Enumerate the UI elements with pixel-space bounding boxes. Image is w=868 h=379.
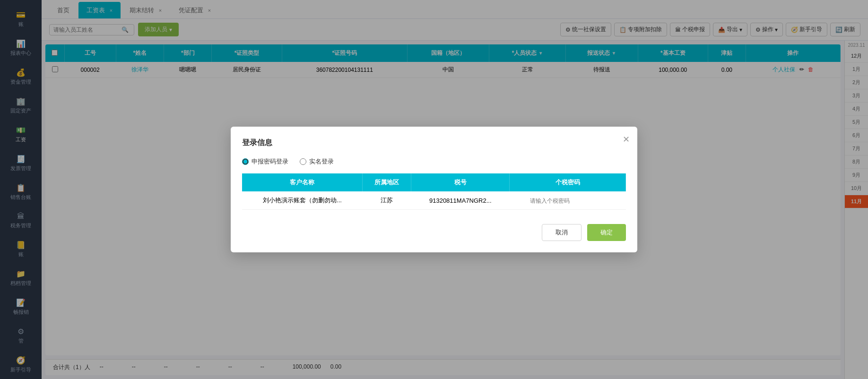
dialog-cell-password[interactable]	[510, 191, 626, 210]
dialog-cell-region: 江苏	[363, 191, 411, 210]
dialog-col-region: 所属地区	[363, 173, 411, 191]
dialog-footer: 取消 确定	[242, 224, 626, 241]
login-type-radio-group: 申报密码登录 实名登录	[242, 157, 626, 166]
dialog-client-table: 客户名称 所属地区 税号 个税密码 刘小艳演示账套（勿删勿动... 江苏 913…	[242, 173, 626, 210]
dialog-col-client-name: 客户名称	[242, 173, 363, 191]
login-dialog: 登录信息 ✕ 申报密码登录 实名登录 客户名称 所属地区 税号	[231, 127, 637, 252]
tax-password-input[interactable]	[530, 198, 606, 204]
dialog-cell-client-name: 刘小艳演示账套（勿删勿动...	[242, 191, 363, 210]
app-container: 💳 账 📊 报表中心 💰 资金管理 🏢 固定资产 💵 工资 🧾 发票管理 📋 销…	[0, 0, 868, 379]
dialog-cell-tax-no: 91320811MA7NGR2...	[411, 191, 510, 210]
dialog-title: 登录信息	[242, 138, 626, 148]
confirm-button[interactable]: 确定	[587, 224, 626, 241]
radio-password-login[interactable]: 申报密码登录	[242, 157, 288, 166]
radio-password-input[interactable]	[242, 158, 249, 165]
dialog-close-button[interactable]: ✕	[623, 134, 630, 145]
radio-password-label: 申报密码登录	[252, 157, 288, 166]
radio-realname-label: 实名登录	[309, 157, 334, 166]
dialog-col-tax-no: 税号	[411, 173, 510, 191]
radio-realname-login[interactable]: 实名登录	[300, 157, 334, 166]
radio-realname-input[interactable]	[300, 158, 306, 165]
dialog-table-row: 刘小艳演示账套（勿删勿动... 江苏 91320811MA7NGR2...	[242, 191, 626, 210]
modal-overlay: 登录信息 ✕ 申报密码登录 实名登录 客户名称 所属地区 税号	[0, 0, 868, 379]
cancel-button[interactable]: 取消	[542, 224, 582, 241]
dialog-col-tax-password: 个税密码	[510, 173, 626, 191]
